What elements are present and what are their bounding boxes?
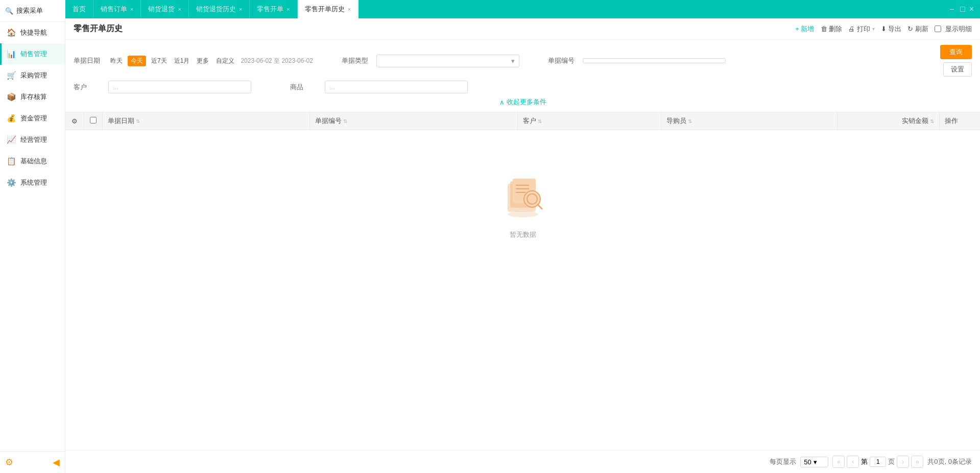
sidebar-item-finance[interactable]: 💰 资金管理 (0, 108, 65, 129)
sidebar-item-label: 基础信息 (20, 157, 47, 166)
sidebar-item-label: 采购管理 (20, 71, 47, 80)
table-settings-icon[interactable]: ⚙ (71, 117, 78, 125)
sidebar-footer: ⚙ ◀ (0, 451, 65, 473)
tab-retail-open-close[interactable]: × (286, 6, 290, 12)
print-button[interactable]: 🖨 打印 ▾ (848, 24, 875, 34)
display-detail-checkbox[interactable] (935, 26, 941, 32)
tab-sales-return-label: 销货退货 (148, 5, 175, 14)
th-date-label: 单据日期 (108, 116, 134, 126)
date-filter-item: 单据日期 昨天 今天 近7天 近1月 更多 自定义 2023-06-02 至 2… (74, 56, 313, 66)
filter-area: 单据日期 昨天 今天 近7天 近1月 更多 自定义 2023-06-02 至 2… (65, 40, 980, 112)
data-table: ⚙ 单据日期 ⇅ 单据编号 (65, 112, 980, 280)
date-more-btn[interactable]: 更多 (195, 56, 211, 66)
doc-type-filter-item: 单据类型 ▾ (342, 55, 519, 67)
svg-point-0 (508, 211, 538, 217)
date-7days-btn[interactable]: 近7天 (149, 56, 169, 66)
amount-sort-icon[interactable]: ⇅ (930, 118, 934, 124)
customer-input[interactable]: ... (108, 81, 251, 93)
date-sort-icon[interactable]: ⇅ (136, 118, 140, 124)
page-title: 零售开单历史 (74, 23, 123, 34)
next-page-btn[interactable]: › (897, 456, 909, 468)
tab-sales-return-history-close[interactable]: × (239, 6, 242, 12)
th-checkbox[interactable] (84, 112, 102, 130)
customer-sort-icon[interactable]: ⇅ (538, 118, 542, 124)
doc-no-filter-item: 单据编号 (548, 56, 726, 65)
tab-sales-return-history[interactable]: 销货退货历史 × (189, 0, 250, 18)
doc-type-select[interactable]: ▾ (376, 55, 519, 67)
sidebar-item-quick-nav[interactable]: 🏠 快捷导航 (0, 22, 65, 43)
close-window-btn[interactable]: × (969, 5, 974, 14)
delete-button[interactable]: 🗑 删除 (821, 24, 843, 34)
tab-sales-order[interactable]: 销售订单 × (93, 0, 141, 18)
tab-sales-return[interactable]: 销货退货 × (141, 0, 188, 18)
pagination-nav: « ‹ 第 页 › » (832, 456, 923, 468)
tab-sales-order-label: 销售订单 (101, 5, 127, 14)
date-today-btn[interactable]: 今天 (128, 56, 146, 66)
prev-page-btn[interactable]: ‹ (847, 456, 859, 468)
doc-no-sort-icon[interactable]: ⇅ (343, 118, 347, 124)
first-page-btn[interactable]: « (832, 456, 845, 468)
search-icon: 🔍 (5, 7, 13, 15)
last-page-btn[interactable]: » (911, 456, 923, 468)
settings-button[interactable]: 设置 (943, 62, 972, 77)
th-actions-label: 操作 (945, 117, 958, 125)
sidebar-item-sales-mgmt[interactable]: 📊 销售管理 (0, 43, 65, 65)
page-input[interactable] (870, 457, 886, 467)
sidebar-item-system-mgmt[interactable]: ⚙️ 系统管理 (0, 172, 65, 193)
query-button[interactable]: 查询 (940, 45, 972, 59)
maximize-btn[interactable]: □ (960, 5, 965, 14)
sidebar-menu: 🏠 快捷导航 📊 销售管理 🛒 采购管理 📦 库存核算 💰 资金管理 📈 经营管… (0, 22, 65, 451)
sidebar: 🔍 搜索采单 🏠 快捷导航 📊 销售管理 🛒 采购管理 📦 库存核算 💰 资金管… (0, 0, 65, 473)
tab-retail-history-close[interactable]: × (348, 6, 351, 12)
doc-no-input[interactable] (583, 58, 726, 63)
goods-input[interactable]: ... (325, 81, 468, 93)
doc-type-dropdown-icon: ▾ (511, 57, 515, 65)
select-all-checkbox[interactable] (90, 117, 97, 123)
settings-footer-icon[interactable]: ⚙ (5, 457, 13, 468)
date-custom-btn[interactable]: 自定义 (214, 56, 236, 66)
page-suffix: 页 (888, 457, 895, 466)
sidebar-search[interactable]: 🔍 搜索采单 (0, 0, 65, 22)
th-guide: 导购员 ⇅ (661, 112, 837, 130)
sidebar-item-operations[interactable]: 📈 经营管理 (0, 129, 65, 151)
print-dropdown-icon[interactable]: ▾ (872, 26, 875, 32)
goods-filter-item: 商品 ... (290, 81, 468, 93)
th-settings[interactable]: ⚙ (65, 112, 84, 130)
add-label: + 新增 (795, 24, 814, 34)
inventory-icon: 📦 (7, 92, 16, 102)
per-page-select[interactable]: 50 ▾ (800, 457, 828, 467)
system-icon: ⚙️ (7, 178, 16, 187)
tab-home[interactable]: 首页 (65, 0, 93, 18)
export-label: ⬇ 导出 (881, 24, 902, 34)
tab-sales-return-close[interactable]: × (178, 6, 181, 12)
sidebar-search-label: 搜索采单 (16, 6, 43, 15)
add-button[interactable]: + 新增 (795, 24, 814, 34)
date-yesterday-btn[interactable]: 昨天 (108, 56, 125, 66)
display-detail-label: 显示明细 (945, 24, 972, 34)
refresh-button[interactable]: ↻ 刷新 (907, 24, 928, 34)
pagination: 每页显示 50 ▾ « ‹ 第 页 › » 共0页, 0条记录 (65, 450, 980, 473)
goods-label: 商品 (290, 83, 321, 92)
export-button[interactable]: ⬇ 导出 (881, 24, 902, 34)
sidebar-item-base-info[interactable]: 📋 基础信息 (0, 151, 65, 172)
tab-sales-order-close[interactable]: × (130, 6, 133, 12)
tab-retail-open-label: 零售开单 (257, 5, 283, 14)
sidebar-item-inventory[interactable]: 📦 库存核算 (0, 86, 65, 108)
minimize-btn[interactable]: － (948, 4, 956, 15)
tab-home-label: 首页 (73, 5, 86, 14)
page-header: 零售开单历史 + 新增 🗑 删除 🖨 打印 ▾ ⬇ 导出 ↻ 刷新 (65, 18, 980, 40)
display-detail-toggle[interactable]: 显示明细 (935, 24, 972, 34)
sidebar-item-purchase-mgmt[interactable]: 🛒 采购管理 (0, 65, 65, 86)
tab-retail-history[interactable]: 零售开单历史 × (298, 0, 358, 18)
per-page-dropdown-icon: ▾ (814, 458, 817, 466)
collapse-sidebar-icon[interactable]: ◀ (53, 457, 60, 468)
doc-type-label: 单据类型 (342, 56, 372, 65)
empty-illustration (497, 171, 548, 222)
date-1month-btn[interactable]: 近1月 (172, 56, 192, 66)
sidebar-item-label: 库存核算 (20, 92, 47, 102)
tab-retail-open[interactable]: 零售开单 × (250, 0, 297, 18)
guide-sort-icon[interactable]: ⇅ (688, 118, 692, 124)
svg-line-9 (538, 205, 542, 209)
filter-row-1: 单据日期 昨天 今天 近7天 近1月 更多 自定义 2023-06-02 至 2… (74, 45, 972, 77)
collapse-filter-btn[interactable]: ∧ 收起更多条件 (74, 97, 972, 107)
